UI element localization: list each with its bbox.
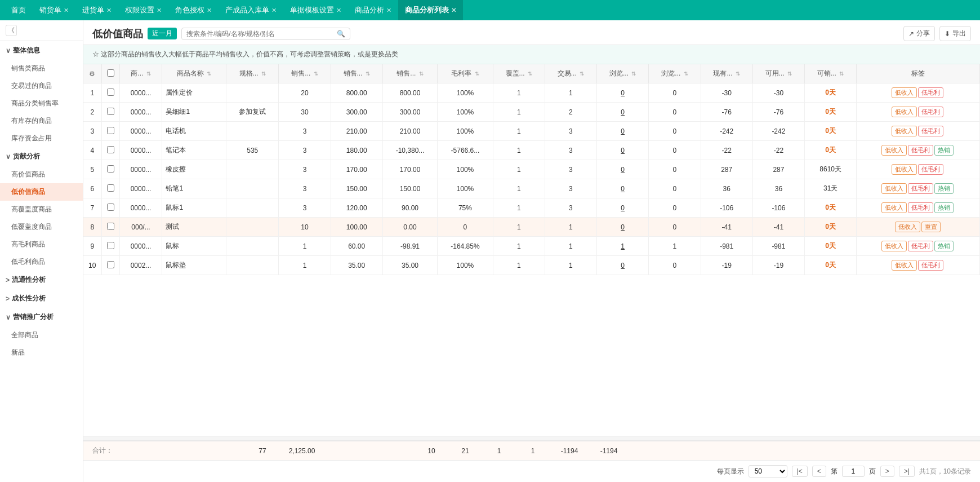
col-sale1[interactable]: 销售... ⇅ xyxy=(279,64,331,83)
nav-production[interactable]: 产成品入库单 ✕ xyxy=(219,0,283,20)
col-settings[interactable]: ⚙ xyxy=(83,64,101,83)
cell-checkbox[interactable] xyxy=(101,83,119,103)
next-page-btn[interactable]: > xyxy=(880,466,894,477)
sidebar-item-low-coverage[interactable]: 低覆盖度商品 xyxy=(0,218,83,236)
row-checkbox[interactable] xyxy=(107,146,114,153)
col-browse2[interactable]: 浏览... ⇅ xyxy=(649,64,701,83)
col-browse1[interactable]: 浏览... ⇅ xyxy=(597,64,649,83)
nav-close-analysis-list[interactable]: ✕ xyxy=(451,7,456,14)
sidebar-item-low-margin[interactable]: 低毛利商品 xyxy=(0,253,83,271)
first-page-btn[interactable]: |< xyxy=(792,466,808,477)
col-sale2[interactable]: 销售... ⇅ xyxy=(331,64,382,83)
sidebar-item-sales-products[interactable]: 销售类商品 xyxy=(0,60,83,77)
sidebar-item-new-products[interactable]: 新品 xyxy=(0,344,83,361)
col-coverage[interactable]: 覆盖... ⇅ xyxy=(493,64,545,83)
cell-browse1[interactable]: 0 xyxy=(597,218,649,237)
cell-checkbox[interactable] xyxy=(101,198,119,218)
col-name[interactable]: 商品名称 ⇅ xyxy=(162,64,226,83)
select-all-checkbox[interactable] xyxy=(107,69,114,77)
cell-checkbox[interactable] xyxy=(101,160,119,179)
table-container[interactable]: ⚙ 商... ⇅ 商品名称 ⇅ 规格... ⇅ 销售... ⇅ 销售... ⇅ … xyxy=(83,64,980,436)
browse-link[interactable]: 1 xyxy=(621,242,625,250)
nav-template[interactable]: 单据模板设置 ✕ xyxy=(283,0,348,20)
cell-checkbox[interactable] xyxy=(101,218,119,237)
cell-browse1[interactable]: 0 xyxy=(597,122,649,141)
search-input[interactable] xyxy=(186,30,335,38)
col-checkbox[interactable] xyxy=(101,64,119,83)
row-checkbox[interactable] xyxy=(107,184,114,192)
col-trade[interactable]: 交易... ⇅ xyxy=(545,64,596,83)
nav-close-sales[interactable]: ✕ xyxy=(64,7,69,14)
page-size-select[interactable]: 50 100 200 xyxy=(749,465,787,477)
browse-link[interactable]: 0 xyxy=(621,262,625,269)
date-tag[interactable]: 近一月 xyxy=(148,28,177,39)
cell-browse1[interactable]: 0 xyxy=(597,141,649,160)
col-current[interactable]: 现有... ⇅ xyxy=(701,64,752,83)
cell-browse1[interactable]: 0 xyxy=(597,83,649,103)
cell-browse1[interactable]: 0 xyxy=(597,198,649,218)
nav-close-roles[interactable]: ✕ xyxy=(207,7,212,14)
cell-checkbox[interactable] xyxy=(101,256,119,275)
nav-close-analysis[interactable]: ✕ xyxy=(386,7,391,14)
cell-browse1[interactable]: 0 xyxy=(597,103,649,122)
sidebar-item-inventory-capital[interactable]: 库存资金占用 xyxy=(0,130,83,147)
col-tags[interactable]: 标签 xyxy=(857,64,980,83)
nav-purchase[interactable]: 进货单 ✕ xyxy=(75,0,118,20)
nav-roles[interactable]: 角色授权 ✕ xyxy=(168,0,219,20)
sidebar-item-all-products[interactable]: 全部商品 xyxy=(0,326,83,344)
browse-link[interactable]: 0 xyxy=(621,108,625,116)
row-checkbox[interactable] xyxy=(107,204,114,211)
cell-checkbox[interactable] xyxy=(101,103,119,122)
sidebar-item-high-value[interactable]: 高价值商品 xyxy=(0,166,83,183)
col-margin[interactable]: 毛利率 ⇅ xyxy=(438,64,493,83)
col-spec[interactable]: 规格... ⇅ xyxy=(226,64,279,83)
page-number-input[interactable] xyxy=(842,466,865,477)
browse-link[interactable]: 0 xyxy=(621,204,625,212)
sidebar-collapse-btn[interactable]: 《 xyxy=(6,25,17,36)
cell-checkbox[interactable] xyxy=(101,141,119,160)
cell-browse1[interactable]: 1 xyxy=(597,237,649,256)
share-button[interactable]: ↗ 分享 xyxy=(903,26,935,41)
col-sale3[interactable]: 销售... ⇅ xyxy=(382,64,437,83)
nav-close-purchase[interactable]: ✕ xyxy=(106,7,112,14)
row-checkbox[interactable] xyxy=(107,242,114,249)
sidebar-item-high-margin[interactable]: 高毛利商品 xyxy=(0,236,83,253)
row-checkbox[interactable] xyxy=(107,165,114,173)
cell-checkbox[interactable] xyxy=(101,237,119,256)
scrollbar[interactable] xyxy=(83,436,980,440)
browse-link[interactable]: 0 xyxy=(621,223,625,231)
col-sellable[interactable]: 可销... ⇅ xyxy=(805,64,857,83)
cell-checkbox[interactable] xyxy=(101,179,119,198)
cell-checkbox[interactable] xyxy=(101,122,119,141)
browse-link[interactable]: 0 xyxy=(621,127,625,135)
prev-page-btn[interactable]: < xyxy=(812,466,826,477)
browse-link[interactable]: 0 xyxy=(621,185,625,193)
export-button[interactable]: ⬇ 导出 xyxy=(939,26,971,41)
cell-browse1[interactable]: 0 xyxy=(597,179,649,198)
sidebar-group-growth[interactable]: > 成长性分析 xyxy=(0,289,83,308)
col-available[interactable]: 可用... ⇅ xyxy=(752,64,804,83)
browse-link[interactable]: 0 xyxy=(621,166,625,174)
row-checkbox[interactable] xyxy=(107,89,114,96)
sidebar-item-low-value[interactable]: 低价值商品 xyxy=(0,183,83,201)
nav-analysis-list[interactable]: 商品分析列表 ✕ xyxy=(398,0,463,20)
nav-permissions[interactable]: 权限设置 ✕ xyxy=(118,0,168,20)
sidebar-item-traded-products[interactable]: 交易过的商品 xyxy=(0,77,83,95)
nav-home[interactable]: 首页 xyxy=(5,0,33,20)
sidebar-item-stocked-products[interactable]: 有库存的商品 xyxy=(0,112,83,130)
cell-browse1[interactable]: 0 xyxy=(597,256,649,275)
sidebar-item-high-coverage[interactable]: 高覆盖度商品 xyxy=(0,201,83,218)
nav-analysis[interactable]: 商品分析 ✕ xyxy=(348,0,398,20)
row-checkbox[interactable] xyxy=(107,108,114,115)
nav-close-permissions[interactable]: ✕ xyxy=(157,7,162,14)
sidebar-group-contribution[interactable]: ∨ 贡献分析 xyxy=(0,147,83,166)
browse-link[interactable]: 0 xyxy=(621,147,625,154)
browse-link[interactable]: 0 xyxy=(621,89,625,97)
cell-browse1[interactable]: 0 xyxy=(597,160,649,179)
nav-close-production[interactable]: ✕ xyxy=(271,7,277,14)
col-code[interactable]: 商... ⇅ xyxy=(119,64,162,83)
nav-sales[interactable]: 销货单 ✕ xyxy=(33,0,75,20)
row-checkbox[interactable] xyxy=(107,223,114,230)
sidebar-group-overall[interactable]: ∨ 整体信息 xyxy=(0,41,83,60)
sidebar-group-circulation[interactable]: > 流通性分析 xyxy=(0,271,83,289)
